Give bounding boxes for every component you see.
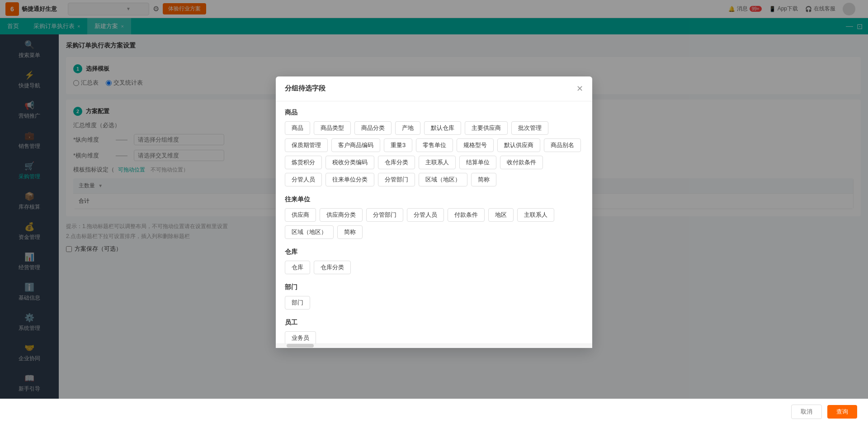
field-tag-0-4[interactable]: 默认仓库 [424,121,461,135]
field-tag-0-1[interactable]: 商品类型 [314,121,351,135]
field-tag-0-15[interactable]: 税收分类编码 [326,156,374,169]
field-tag-0-13[interactable]: 商品别名 [544,138,581,152]
field-section-title-4: 员工 [285,319,583,327]
modal-body: 商品商品商品类型商品分类产地默认仓库主要供应商批次管理保质期管理客户商品编码重量… [276,101,592,343]
field-tag-1-6[interactable]: 主联系人 [517,208,554,222]
modal-footer-bar: 取消 查询 [0,399,868,424]
field-tag-1-2[interactable]: 分管部门 [366,208,403,222]
field-tag-1-1[interactable]: 供应商分类 [320,208,363,222]
field-tag-0-23[interactable]: 区域（地区） [419,173,467,186]
field-tag-2-0[interactable]: 仓库 [285,261,310,274]
field-tag-0-3[interactable]: 产地 [395,121,420,135]
field-section-3: 部门部门 [285,283,583,310]
field-tag-1-5[interactable]: 地区 [488,208,514,222]
field-tag-0-19[interactable]: 收付款条件 [500,156,543,169]
modal-title: 分组待选字段 [285,84,326,93]
field-section-1: 往来单位供应商供应商分类分管部门分管人员付款条件地区主联系人区域（地区）简称 [285,195,583,239]
field-tag-0-9[interactable]: 重量3 [384,138,412,152]
field-tag-0-5[interactable]: 主要供应商 [465,121,508,135]
field-section-title-2: 仓库 [285,248,583,256]
field-tag-1-4[interactable]: 付款条件 [448,208,485,222]
hscroll-thumb[interactable] [287,344,314,348]
field-select-modal: 分组待选字段 ✕ 商品商品商品类型商品分类产地默认仓库主要供应商批次管理保质期管… [276,76,592,348]
field-section-title-0: 商品 [285,109,583,117]
field-tags-0: 商品商品类型商品分类产地默认仓库主要供应商批次管理保质期管理客户商品编码重量3零… [285,121,583,186]
field-tag-0-22[interactable]: 分管部门 [378,173,415,186]
field-section-title-1: 往来单位 [285,195,583,204]
field-tags-1: 供应商供应商分类分管部门分管人员付款条件地区主联系人区域（地区）简称 [285,208,583,239]
field-tag-0-18[interactable]: 结算单位 [459,156,496,169]
field-tag-1-8[interactable]: 简称 [337,225,363,239]
field-tag-0-24[interactable]: 简称 [471,173,496,186]
field-tag-0-6[interactable]: 批次管理 [511,121,548,135]
modal-confirm-button[interactable]: 查询 [827,405,857,419]
field-section-2: 仓库仓库仓库分类 [285,248,583,274]
field-tag-0-7[interactable]: 保质期管理 [285,138,328,152]
field-tag-0-8[interactable]: 客户商品编码 [331,138,380,152]
modal-overlay: 分组待选字段 ✕ 商品商品商品类型商品分类产地默认仓库主要供应商批次管理保质期管… [0,0,868,424]
field-tag-0-11[interactable]: 规格型号 [457,138,494,152]
field-tag-0-12[interactable]: 默认供应商 [497,138,540,152]
field-section-0: 商品商品商品类型商品分类产地默认仓库主要供应商批次管理保质期管理客户商品编码重量… [285,109,583,186]
field-tag-0-0[interactable]: 商品 [285,121,310,135]
field-section-4: 员工业务员 [285,319,583,343]
field-tag-1-3[interactable]: 分管人员 [407,208,444,222]
field-tags-3: 部门 [285,296,583,310]
field-tag-0-20[interactable]: 分管人员 [285,173,322,186]
field-tag-1-0[interactable]: 供应商 [285,208,316,222]
field-tag-2-1[interactable]: 仓库分类 [314,261,351,274]
field-section-title-3: 部门 [285,283,583,291]
field-tag-0-10[interactable]: 零售单位 [416,138,453,152]
field-tags-4: 业务员 [285,331,583,343]
field-tag-3-0[interactable]: 部门 [285,296,310,310]
field-tag-0-16[interactable]: 仓库分类 [378,156,415,169]
modal-header: 分组待选字段 ✕ [276,76,592,101]
modal-cancel-button[interactable]: 取消 [791,405,822,419]
field-tag-0-2[interactable]: 商品分类 [354,121,392,135]
modal-horizontal-scrollbar[interactable] [276,343,592,348]
field-tags-2: 仓库仓库分类 [285,261,583,274]
field-tag-0-14[interactable]: 炼货积分 [285,156,322,169]
field-tag-1-7[interactable]: 区域（地区） [285,225,334,239]
modal-close-icon[interactable]: ✕ [576,84,583,94]
field-tag-0-17[interactable]: 主联系人 [419,156,456,169]
field-tag-0-21[interactable]: 往来单位分类 [326,173,374,186]
field-tag-4-0[interactable]: 业务员 [285,331,316,343]
